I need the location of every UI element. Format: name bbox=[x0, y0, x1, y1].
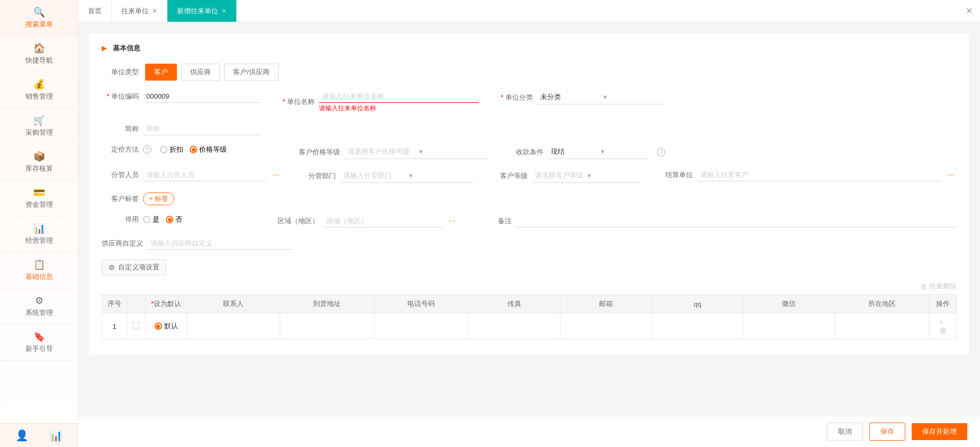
unit-name-wrap: 请输入往来单位名称 bbox=[319, 90, 479, 113]
sidebar-item-search[interactable]: 🔍 搜索菜单 bbox=[0, 0, 78, 36]
customer-price-select[interactable]: 请选择客户价格等级 ▼ bbox=[344, 145, 489, 159]
cell-check bbox=[127, 313, 146, 339]
customer-price-placeholder: 请选择客户价格等级 bbox=[348, 147, 416, 156]
unit-category-select[interactable]: 未分类 ▼ bbox=[537, 90, 665, 104]
cell-region[interactable] bbox=[835, 313, 929, 339]
payment-terms-select[interactable]: 现结 ▼ bbox=[548, 145, 649, 159]
col-email: 邮箱 bbox=[560, 295, 652, 313]
sidebar-item-system[interactable]: ⚙ 系统管理 bbox=[0, 288, 78, 325]
tab-new-partner-close[interactable]: ✕ bbox=[221, 7, 227, 15]
payment-help-icon[interactable]: ? bbox=[657, 148, 665, 156]
phone-input[interactable] bbox=[380, 320, 463, 332]
remark-input[interactable] bbox=[516, 215, 957, 227]
sidebar-bottom-icon2[interactable]: 📊 bbox=[49, 429, 63, 442]
contact-input[interactable] bbox=[192, 320, 274, 332]
pricing-radio-discount[interactable]: 折扣 bbox=[160, 145, 183, 154]
tab-new-partner[interactable]: 新增往来单位 ✕ bbox=[167, 0, 237, 22]
address-input[interactable] bbox=[286, 320, 369, 332]
sidebar-item-finance[interactable]: 💳 资金管理 bbox=[0, 180, 78, 216]
add-row-icon[interactable]: + bbox=[939, 318, 943, 326]
section-title-text: 基本信息 bbox=[113, 43, 140, 53]
sidebar-item-label: 快捷导航 bbox=[25, 56, 53, 65]
cell-address[interactable] bbox=[280, 313, 374, 339]
region-input[interactable] bbox=[323, 215, 442, 227]
sidebar-item-operations[interactable]: 📊 经营管理 bbox=[0, 216, 78, 252]
email-input[interactable] bbox=[566, 320, 646, 332]
wechat-input[interactable] bbox=[749, 320, 829, 332]
dept-field: 分管部门 请输入分管部门 ▼ bbox=[299, 169, 474, 183]
disabled-no[interactable]: 否 bbox=[166, 215, 182, 224]
unit-name-input[interactable] bbox=[319, 90, 479, 103]
cell-action: + 🗑 bbox=[929, 313, 957, 339]
basic-info-section: ▶ 基本信息 单位类型 客户 供应商 客户/供应商 单位编码 bbox=[89, 33, 969, 355]
save-new-button[interactable]: 保存并新增 bbox=[912, 423, 967, 440]
tab-home-label: 首页 bbox=[88, 6, 102, 16]
sidebar-item-sales[interactable]: 💰 销售管理 bbox=[0, 72, 78, 108]
custom-settings-button[interactable]: ⚙ 自定义项设置 bbox=[102, 259, 166, 275]
disabled-yes[interactable]: 是 bbox=[143, 215, 159, 224]
settlement-label: 结算单位 bbox=[656, 170, 693, 180]
default-radio[interactable]: 默认 bbox=[151, 321, 181, 331]
fax-input[interactable] bbox=[474, 320, 555, 332]
unit-category-label: 单位分类 bbox=[496, 93, 533, 102]
cell-contact[interactable] bbox=[187, 313, 280, 339]
tab-partners-close[interactable]: ✕ bbox=[152, 7, 157, 15]
sidebar-item-inventory[interactable]: 📦 库存核算 bbox=[0, 144, 78, 180]
disabled-no-label: 否 bbox=[175, 215, 182, 224]
manager-field: 分管人员 ··· bbox=[102, 169, 282, 181]
bottom-bar: 取消 保存 保存并新增 bbox=[78, 416, 980, 447]
sidebar-item-purchase[interactable]: 🛒 采购管理 bbox=[0, 108, 78, 144]
cell-qq[interactable] bbox=[652, 313, 743, 339]
tab-home[interactable]: 首页 bbox=[78, 0, 112, 22]
cell-wechat[interactable] bbox=[743, 313, 834, 339]
table-row: 1 默认 bbox=[102, 313, 957, 339]
cancel-button[interactable]: 取消 bbox=[827, 423, 863, 441]
row-checkbox[interactable] bbox=[132, 322, 140, 329]
customer-level-placeholder: 请选择客户等级 bbox=[535, 171, 584, 180]
supplier-custom-input[interactable] bbox=[147, 237, 292, 250]
col-address: 到货地址 bbox=[280, 295, 374, 313]
unit-type-both[interactable]: 客户/供应商 bbox=[224, 64, 279, 81]
unit-type-customer[interactable]: 客户 bbox=[145, 64, 177, 81]
customer-level-select[interactable]: 请选择客户等级 ▼ bbox=[532, 169, 639, 183]
inventory-icon: 📦 bbox=[33, 151, 45, 162]
sidebar-item-label: 资金管理 bbox=[25, 200, 53, 209]
section-title: ▶ 基本信息 bbox=[102, 43, 957, 53]
sidebar-item-quicknav[interactable]: 🏠 快捷导航 bbox=[0, 36, 78, 72]
radio-discount-circle bbox=[160, 146, 167, 153]
pricing-field: 定价方法 ? 折扣 价格等级 bbox=[102, 145, 282, 154]
tags-label: 客户标签 bbox=[102, 194, 139, 204]
qq-input[interactable] bbox=[658, 320, 737, 332]
region-more-icon[interactable]: ··· bbox=[447, 216, 458, 226]
radio-level-label: 价格等级 bbox=[199, 145, 227, 154]
manager-input[interactable] bbox=[143, 169, 266, 181]
pricing-radio-level[interactable]: 价格等级 bbox=[190, 145, 227, 154]
sidebar-item-basic[interactable]: 📋 基础信息 bbox=[0, 252, 78, 288]
batch-delete-label[interactable]: 批量删除 bbox=[929, 282, 957, 291]
cell-email[interactable] bbox=[560, 313, 652, 339]
customer-price-label: 客户价格等级 bbox=[299, 147, 340, 157]
unit-code-field: 单位编码 bbox=[102, 90, 261, 103]
tab-partners[interactable]: 往来单位 ✕ bbox=[112, 0, 167, 22]
settlement-input[interactable] bbox=[697, 169, 941, 181]
delete-row-icon[interactable]: 🗑 bbox=[939, 326, 947, 335]
sidebar-item-guide[interactable]: 🔖 新手引导 bbox=[0, 325, 78, 361]
unit-code-input[interactable] bbox=[143, 90, 261, 103]
manager-more-icon[interactable]: ··· bbox=[271, 170, 282, 180]
tags-add-button[interactable]: + 标签 bbox=[143, 192, 174, 205]
region-label: 区域（地区） bbox=[278, 216, 319, 226]
col-seq: 序号 bbox=[102, 295, 127, 313]
cell-fax[interactable] bbox=[468, 313, 560, 339]
unit-type-supplier[interactable]: 供应商 bbox=[181, 64, 220, 81]
settlement-more-icon[interactable]: ··· bbox=[946, 170, 957, 180]
col-action: 操作 bbox=[929, 295, 957, 313]
dept-select[interactable]: 请输入分管部门 ▼ bbox=[340, 169, 474, 183]
cell-phone[interactable] bbox=[374, 313, 468, 339]
region-table-input[interactable] bbox=[840, 320, 923, 332]
sidebar-bottom-icon1[interactable]: 👤 bbox=[15, 429, 29, 442]
pricing-help-icon[interactable]: ? bbox=[143, 145, 152, 154]
close-all-button[interactable]: ✕ bbox=[958, 0, 980, 22]
disabled-no-circle bbox=[166, 216, 173, 223]
short-name-input[interactable] bbox=[143, 122, 261, 135]
save-button[interactable]: 保存 bbox=[869, 423, 905, 441]
